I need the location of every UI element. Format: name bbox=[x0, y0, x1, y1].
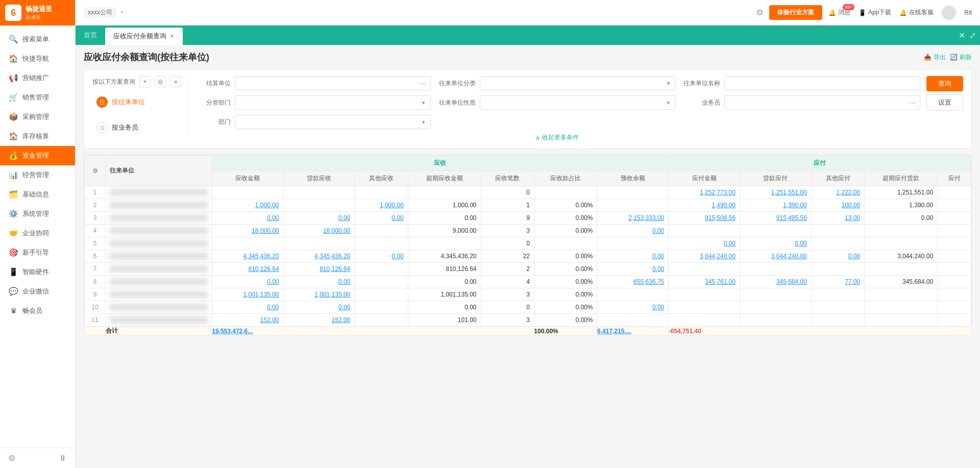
sidebar-item-operations[interactable]: 📊 经营管理 bbox=[0, 165, 75, 185]
row-loan-ap-link[interactable]: 1,390.00 bbox=[783, 202, 807, 209]
row-ar-amount-link[interactable]: 152.00 bbox=[260, 316, 279, 324]
sidebar-item-enterprise-wechat[interactable]: 💬 企业微信 bbox=[0, 282, 75, 301]
notification-btn[interactable]: 🔔 消息 99+ bbox=[828, 8, 850, 17]
row-ar-amount-link[interactable]: 0.00 bbox=[267, 214, 279, 221]
avatar[interactable] bbox=[942, 6, 956, 20]
sidebar-item-search-menu[interactable]: 🔍 搜索菜单 bbox=[0, 30, 75, 49]
total-prepay-link[interactable]: 6,417,215.... bbox=[597, 328, 631, 335]
partner-nature-input[interactable]: ▼ bbox=[480, 95, 676, 110]
sidebar-item-vip[interactable]: ♛ 畅会员 bbox=[0, 301, 75, 321]
total-ar-amount-link[interactable]: 19,553,472,6... bbox=[212, 328, 253, 335]
row-ar-amount-link[interactable]: 1,000.00 bbox=[255, 202, 279, 209]
row-loan-ap-link[interactable]: 3,044,240.00 bbox=[771, 253, 807, 260]
partner-type-input[interactable]: ▼ bbox=[480, 76, 676, 90]
field-partner-type: 往来单位分类 ▼ bbox=[439, 76, 676, 90]
row-loan-ar-link[interactable]: 4,345,436.20 bbox=[314, 253, 350, 260]
row-ar-amount-link[interactable]: 0.00 bbox=[267, 278, 279, 285]
row-loan-ar-link[interactable]: 810,126.64 bbox=[320, 265, 350, 273]
industry-btn[interactable]: 体验行业方案 bbox=[769, 5, 822, 20]
dept-manage-input[interactable]: ▼ bbox=[235, 95, 431, 110]
row-loan-ap-link[interactable]: 0.00 bbox=[795, 240, 807, 247]
row-loan-ar-link[interactable]: 152.00 bbox=[332, 316, 351, 324]
add-scheme-btn[interactable]: + bbox=[139, 76, 151, 87]
app-download-btn[interactable]: 📱 App下载 bbox=[859, 8, 891, 17]
row-ar-amount-link[interactable]: 18,000.00 bbox=[252, 227, 279, 234]
query-btn[interactable]: 查询 bbox=[926, 76, 963, 91]
row-ar-amount-link[interactable]: 1,001,135.00 bbox=[243, 291, 279, 298]
row-prepay-link[interactable]: 0.00 bbox=[652, 304, 664, 311]
row-other-ar-link[interactable]: 0.00 bbox=[391, 214, 403, 221]
option-by-partner[interactable]: 往 按往来单位 bbox=[96, 93, 181, 111]
row-ar-amount-link[interactable]: 0.00 bbox=[267, 304, 279, 311]
sidebar-item-system[interactable]: ⚙️ 系统管理 bbox=[0, 204, 75, 224]
row-ap-suffix bbox=[938, 301, 971, 314]
header-gear-icon[interactable]: ⚙ bbox=[756, 8, 763, 17]
row-prepay-link[interactable]: 655,636.75 bbox=[633, 278, 664, 285]
tab-home[interactable]: 首页 bbox=[76, 26, 105, 45]
row-other-ap-link[interactable]: 0.00 bbox=[848, 253, 860, 260]
row-loan-ar bbox=[283, 199, 355, 212]
sidebar-item-enterprise-coop[interactable]: 🤝 企业协同 bbox=[0, 224, 75, 243]
option-by-salesperson[interactable]: ⊙ 按业务员 bbox=[96, 119, 181, 136]
tab-close-icon[interactable]: ✕ bbox=[169, 33, 175, 40]
row-loan-ap-link[interactable]: 1,251,551.00 bbox=[771, 189, 807, 196]
sidebar-item-purchase[interactable]: 📦 采购管理 bbox=[0, 107, 75, 127]
row-no: 2 bbox=[85, 199, 106, 212]
refresh-btn[interactable]: 🔄 刷新 bbox=[950, 53, 972, 62]
sidebar-item-marketing[interactable]: 📢 营销推广 bbox=[0, 68, 75, 88]
settle-unit-input[interactable]: ··· bbox=[235, 76, 431, 90]
sidebar-item-basic-info[interactable]: 🗂️ 基础信息 bbox=[0, 185, 75, 204]
row-prepay-link[interactable]: 2,153,333.00 bbox=[628, 214, 664, 221]
sidebar-item-beginner-guide[interactable]: 🎯 新手引导 bbox=[0, 243, 75, 262]
scheme-settings-btn[interactable]: ◎ bbox=[155, 76, 166, 87]
row-loan-ar-link[interactable]: 0.00 bbox=[338, 278, 350, 285]
row-loan-ap-link[interactable]: 915,495.56 bbox=[776, 214, 807, 221]
sidebar-item-inventory[interactable]: 🏠 库存核算 bbox=[0, 127, 75, 146]
tab-ar-ap[interactable]: 应收应付余额查询 ✕ bbox=[105, 28, 183, 45]
row-loan-ar-link[interactable]: 18,000.00 bbox=[323, 227, 350, 234]
row-ar-amount-link[interactable]: 4,345,436.20 bbox=[243, 253, 279, 260]
row-ap-amount-link[interactable]: 915,508.56 bbox=[705, 214, 736, 221]
row-ap-amount-link[interactable]: 345,761.00 bbox=[705, 278, 736, 285]
col-overdue-ar-header: 超期应收金额 bbox=[408, 171, 481, 186]
row-ar-ratio: 0.00% bbox=[534, 263, 597, 276]
row-other-ar-link[interactable]: 0.00 bbox=[391, 253, 403, 260]
row-prepay-link[interactable]: 0.00 bbox=[652, 253, 664, 260]
row-loan-ar-link[interactable]: 1,001,135.00 bbox=[314, 291, 350, 298]
row-loan-ar-link[interactable]: 0.00 bbox=[338, 214, 350, 221]
sidebar-item-smart-hardware[interactable]: 📱 智能硬件 bbox=[0, 262, 75, 282]
tab-expand-btn[interactable]: ⤢ bbox=[969, 31, 976, 40]
sidebar-item-quick-nav[interactable]: 🏠 快捷导航 bbox=[0, 49, 75, 68]
settings-btn[interactable]: 设置 bbox=[926, 94, 963, 111]
collapse-btn[interactable]: « bbox=[170, 76, 181, 87]
collapse-more-btn[interactable]: ∧ 收起更多条件 bbox=[194, 133, 920, 142]
row-loan-ar-link[interactable]: 0.00 bbox=[338, 304, 350, 311]
partner-name-input[interactable] bbox=[724, 76, 920, 90]
row-other-ap-link[interactable]: 77.00 bbox=[845, 278, 860, 285]
sidebar-item-label: 库存核算 bbox=[22, 132, 49, 141]
row-ap-amount-link[interactable]: 1,490.00 bbox=[712, 202, 736, 209]
row-other-ap-link[interactable]: 13.00 bbox=[845, 214, 860, 221]
table-settings-icon[interactable]: ⚙ bbox=[89, 165, 101, 177]
row-ap-amount-link[interactable]: 1,252,773.00 bbox=[700, 189, 736, 196]
salesperson-input[interactable]: ··· bbox=[724, 95, 920, 110]
sidebar-item-sales[interactable]: 🛒 销售管理 bbox=[0, 88, 75, 107]
export-btn[interactable]: 📤 导出 bbox=[924, 53, 946, 62]
row-ar-amount-link[interactable]: 810,126.64 bbox=[248, 265, 279, 273]
dept-input[interactable]: ▼ bbox=[235, 115, 431, 129]
online-service-btn[interactable]: 🔔 在线客服 bbox=[899, 8, 934, 17]
salesperson-label: 业务员 bbox=[683, 98, 720, 107]
row-ap-amount-link[interactable]: 3,044,240.00 bbox=[700, 253, 736, 260]
settings-icon[interactable]: ⚙ bbox=[8, 453, 15, 463]
row-ar-amount bbox=[212, 186, 283, 199]
tab-close-btn[interactable]: ✕ bbox=[959, 31, 965, 40]
row-prepay-link[interactable]: 0.00 bbox=[652, 265, 664, 273]
collapse-icon[interactable]: ⏸ bbox=[59, 454, 67, 463]
row-loan-ap-link[interactable]: 345,684.00 bbox=[776, 278, 807, 285]
row-other-ar-link[interactable]: 1,000.00 bbox=[380, 202, 404, 209]
sidebar-item-finance[interactable]: 💰 资金管理 bbox=[0, 146, 75, 165]
row-prepay-link[interactable]: 0.00 bbox=[652, 227, 664, 234]
row-other-ap-link[interactable]: 100.00 bbox=[842, 202, 861, 209]
row-ap-amount-link[interactable]: 0.00 bbox=[724, 240, 736, 247]
row-other-ap-link[interactable]: 1,222.00 bbox=[836, 189, 860, 196]
